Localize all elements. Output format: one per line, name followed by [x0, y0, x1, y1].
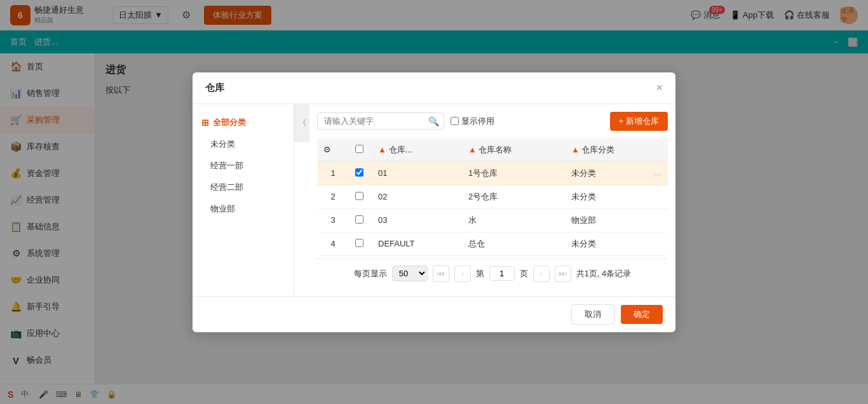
row-code: 03 [372, 208, 462, 232]
modal-header: 仓库 × [193, 72, 675, 104]
next-page-button[interactable]: › [533, 266, 550, 282]
row-checkbox[interactable] [355, 192, 363, 200]
th-name: ▲ 仓库名称 [462, 138, 565, 162]
modal-close-button[interactable]: × [656, 81, 663, 95]
th-settings: ⚙ [317, 138, 349, 162]
category-operations-2[interactable]: 经营二部 [193, 177, 294, 198]
modal-table-area: 🔍 显示停用 + 新增仓库 ⚙ ▲ [309, 104, 675, 296]
last-page-button[interactable]: ⏭ [555, 266, 571, 282]
modal-table-toolbar: 🔍 显示停用 + 新增仓库 [317, 112, 668, 131]
table-row[interactable]: 1 01 1号仓库 未分类 ... [317, 161, 668, 185]
row-num: 4 [317, 232, 349, 255]
category-unclassified[interactable]: 未分类 [193, 133, 294, 155]
modal-body: ⊞ 全部分类 未分类 经营一部 经营二部 物业部 《 🔍 [193, 104, 675, 296]
th-code: ▲ 仓库... [372, 138, 462, 162]
row-code: 01 [372, 161, 462, 185]
row-code: 02 [372, 185, 462, 208]
row-checkbox-cell [349, 232, 372, 255]
table-row[interactable]: 3 03 水 物业部 [317, 208, 668, 232]
category-operations-1[interactable]: 经营一部 [193, 155, 294, 177]
warehouse-modal: 仓库 × ⊞ 全部分类 未分类 经营一部 经营二部 物业部 《 [193, 72, 675, 332]
sort-icon: ▲ [378, 145, 386, 154]
per-page-label: 每页显示 [354, 268, 387, 279]
table-row[interactable]: 4 DEFAULT 总仓 未分类 [317, 232, 668, 255]
warehouse-table: ⚙ ▲ 仓库... ▲ 仓库名称 ▲ [317, 138, 668, 256]
sort-icon-cat: ▲ [571, 145, 580, 154]
row-category: 未分类 [565, 185, 668, 208]
row-checkbox[interactable] [355, 239, 363, 247]
grid-icon: ⊞ [201, 118, 209, 128]
row-checkbox-cell [349, 161, 372, 185]
modal-category-sidebar: ⊞ 全部分类 未分类 经营一部 经营二部 物业部 [193, 104, 294, 296]
row-checkbox-cell [349, 208, 372, 232]
th-checkbox [349, 138, 372, 162]
row-name: 2号仓库 [462, 185, 565, 208]
select-all-checkbox[interactable] [355, 145, 363, 153]
th-category: ▲ 仓库分类 [565, 138, 668, 162]
modal-title: 仓库 [205, 82, 224, 94]
table-header: ⚙ ▲ 仓库... ▲ 仓库名称 ▲ [317, 138, 668, 162]
pagination: 每页显示 50 100 ⏮ ‹ 第 页 › ⏭ 共1页, 4条记录 [317, 259, 668, 288]
first-page-button[interactable]: ⏮ [433, 266, 449, 282]
row-checkbox[interactable] [355, 168, 363, 177]
page-label: 第 [476, 268, 484, 279]
search-input[interactable] [317, 112, 444, 130]
row-num: 3 [317, 208, 349, 232]
new-warehouse-button[interactable]: + 新增仓库 [610, 112, 668, 131]
per-page-select[interactable]: 50 100 [392, 266, 428, 281]
page-input[interactable] [489, 266, 515, 281]
page-suffix: 页 [520, 268, 528, 279]
table-body: 1 01 1号仓库 未分类 ... 2 02 2号仓库 未分类 3 03 水 物… [317, 161, 668, 255]
sidebar-collapse-button[interactable]: 《 [294, 104, 309, 142]
category-property[interactable]: 物业部 [193, 198, 294, 220]
row-code: DEFAULT [372, 232, 462, 255]
modal-footer: 取消 确定 [193, 296, 675, 332]
sort-icon-name: ▲ [468, 145, 477, 154]
table-row[interactable]: 2 02 2号仓库 未分类 [317, 185, 668, 208]
confirm-button[interactable]: 确定 [621, 305, 663, 324]
prev-page-button[interactable]: ‹ [454, 266, 471, 282]
row-category: 未分类 [565, 232, 668, 255]
show-disabled-checkbox-label[interactable]: 显示停用 [451, 116, 494, 127]
row-checkbox-cell [349, 185, 372, 208]
show-disabled-checkbox[interactable] [451, 117, 459, 125]
search-wrap: 🔍 [317, 112, 444, 130]
row-name: 1号仓库 [462, 161, 565, 185]
row-num: 2 [317, 185, 349, 208]
row-category: 未分类 ... [565, 161, 668, 185]
cancel-button[interactable]: 取消 [571, 304, 614, 325]
search-icon: 🔍 [428, 116, 439, 126]
total-label: 共1页, 4条记录 [576, 268, 632, 279]
row-checkbox[interactable] [355, 215, 363, 224]
row-name: 总仓 [462, 232, 565, 255]
all-category-header[interactable]: ⊞ 全部分类 [193, 112, 294, 133]
modal-overlay: 仓库 × ⊞ 全部分类 未分类 经营一部 经营二部 物业部 《 [0, 0, 868, 404]
row-num: 1 [317, 161, 349, 185]
row-name: 水 [462, 208, 565, 232]
row-category: 物业部 [565, 208, 668, 232]
row-more-btn[interactable]: ... [654, 168, 661, 177]
